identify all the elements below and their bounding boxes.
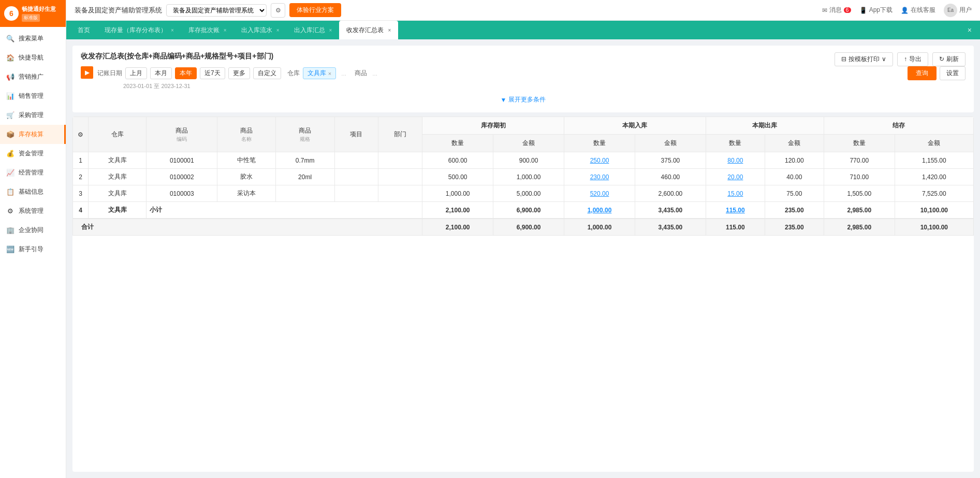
tab-receive-summary[interactable]: 收发存汇总表 × xyxy=(339,21,398,39)
subtotal-closing-qty: 2,985.00 xyxy=(824,202,895,219)
warehouse-more-button[interactable]: ... xyxy=(339,69,348,78)
sidebar-item-system[interactable]: ⚙ 系统管理 xyxy=(0,201,66,221)
cell-in-qty: 230.00 xyxy=(564,169,635,185)
tab-home[interactable]: 首页 xyxy=(70,21,97,39)
print-chevron-icon: ∨ xyxy=(882,55,886,63)
date-btn-last-month[interactable]: 上月 xyxy=(125,67,147,79)
sidebar-item-marketing-label: 营销推广 xyxy=(19,73,43,81)
sidebar-item-base-label: 基础信息 xyxy=(19,187,43,196)
th-in-qty: 数量 xyxy=(564,135,635,152)
product-more-button[interactable]: ... xyxy=(370,69,379,78)
subtotal-opening-amt: 6,900.00 xyxy=(493,202,564,219)
cell-out-amt: 40.00 xyxy=(765,169,824,185)
system-select[interactable]: 装备及固定资产辅助管理系统 xyxy=(166,4,267,17)
topbar-left: 装备及固定资产辅助管理系统 装备及固定资产辅助管理系统 ⚙ 体验行业方案 xyxy=(75,3,341,18)
product-label: 商品 xyxy=(355,69,367,78)
app-download-button[interactable]: 📱 App下载 xyxy=(859,6,893,15)
online-service-button[interactable]: 👤 在线客服 xyxy=(901,6,935,15)
warehouse-tag-close[interactable]: × xyxy=(328,70,331,77)
date-btn-this-month[interactable]: 本月 xyxy=(150,67,172,79)
topbar: 装备及固定资产辅助管理系统 装备及固定资产辅助管理系统 ⚙ 体验行业方案 ✉ 消… xyxy=(66,0,980,21)
sidebar-item-inventory[interactable]: 📦 库存核算 xyxy=(0,125,66,144)
th-closing-qty: 数量 xyxy=(824,135,895,152)
expand-conditions-button[interactable]: ▼ 展开更多条件 xyxy=(81,93,966,106)
tab-inventory-dist[interactable]: 现存量（库存分布表） × xyxy=(97,21,181,39)
refresh-button[interactable]: ↻ 刷新 xyxy=(932,52,966,66)
subtotal-label: 小计 xyxy=(147,202,422,219)
table-footer: 合计 2,100.00 6,900.00 1,000.00 3,435.00 1… xyxy=(73,219,974,236)
cell-closing-amt: 1,420.00 xyxy=(895,169,973,185)
tab-summary[interactable]: 出入库汇总 × xyxy=(287,21,340,39)
sidebar-item-quicknav-label: 快捷导航 xyxy=(19,53,43,62)
subtotal-no: 4 xyxy=(73,202,89,219)
page-action-buttons: ⊟ 按模板打印 ∨ ↑ 导出 ↻ 刷新 xyxy=(835,52,966,66)
tab-inventory-dist-close[interactable]: × xyxy=(171,27,174,33)
sidebar-item-finance[interactable]: 💰 资金管理 xyxy=(0,144,66,163)
th-product-name: 商品名称 xyxy=(217,117,275,152)
table-row: 1 文具库 0100001 中性笔 0.7mm 600.00 900.00 25… xyxy=(73,152,974,169)
date-filter-group: 记账日期 上月 本月 本年 近7天 更多 自定义 xyxy=(97,67,281,79)
message-button[interactable]: ✉ 消息 6 xyxy=(822,6,851,15)
subtotal-warehouse: 文具库 xyxy=(89,202,147,219)
date-btn-this-year[interactable]: 本年 xyxy=(175,67,197,79)
sidebar-item-finance-label: 资金管理 xyxy=(19,149,43,158)
sidebar-item-search[interactable]: 🔍 搜索菜单 xyxy=(0,29,66,48)
export-button[interactable]: ↑ 导出 xyxy=(897,52,928,66)
cell-product-code: 0100002 xyxy=(147,169,217,185)
tab-receive-summary-close[interactable]: × xyxy=(388,27,391,33)
th-project: 项目 xyxy=(334,117,378,152)
sidebar-item-guide[interactable]: 🆕 新手引导 xyxy=(0,240,66,259)
print-button[interactable]: ⊟ 按模板打印 ∨ xyxy=(835,52,893,66)
settings-gear-button[interactable]: ⚙ xyxy=(271,3,285,18)
tab-summary-close[interactable]: × xyxy=(329,27,332,33)
table-header-row-1: ⚙ 仓库 商品编码 商品名称 商品规格 项目 部门 库存期初 本期入库 本期出库… xyxy=(73,117,974,135)
filter-expand-button[interactable]: ▶ xyxy=(81,66,93,79)
cell-closing-qty: 1,505.00 xyxy=(824,185,895,202)
date-range-text: 2023-01-01 至 2023-12-31 xyxy=(123,83,191,89)
cell-no: 1 xyxy=(73,152,89,169)
cell-in-amt: 375.00 xyxy=(635,152,706,169)
th-warehouse: 仓库 xyxy=(89,117,147,152)
cell-warehouse: 文具库 xyxy=(89,152,147,169)
total-opening-qty: 2,100.00 xyxy=(422,219,493,236)
date-btn-more[interactable]: 更多 xyxy=(228,67,250,79)
tab-bar: 首页 现存量（库存分布表） × 库存批次账 × 出入库流水 × 出入库汇总 × … xyxy=(66,21,980,39)
total-opening-amt: 6,900.00 xyxy=(493,219,564,236)
tab-batch[interactable]: 库存批次账 × xyxy=(181,21,234,39)
sidebar-item-base[interactable]: 📋 基础信息 xyxy=(0,182,66,201)
filter-line1: 记账日期 上月 本月 本年 近7天 更多 自定义 仓库 文具库 xyxy=(97,66,966,80)
purchase-icon: 🛒 xyxy=(6,111,14,120)
date-btn-custom[interactable]: 自定义 xyxy=(253,67,281,79)
column-gear-icon[interactable]: ⚙ xyxy=(78,131,83,138)
tab-flow-close[interactable]: × xyxy=(276,27,280,33)
tab-batch-label: 库存批次账 xyxy=(188,26,220,35)
warehouse-filter-group: 仓库 文具库 × ... xyxy=(287,67,348,79)
sidebar-item-corp[interactable]: 🏢 企业协同 xyxy=(0,221,66,240)
avatar: Ea xyxy=(944,4,957,17)
sidebar-item-purchase[interactable]: 🛒 采购管理 xyxy=(0,106,66,125)
user-button[interactable]: Ea 用户 xyxy=(944,4,972,17)
tab-flow[interactable]: 出入库流水 × xyxy=(234,21,287,39)
subtotal-closing-amt: 10,100.00 xyxy=(895,202,973,219)
sidebar-item-marketing[interactable]: 📢 营销推广 xyxy=(0,67,66,86)
main-area: 装备及固定资产辅助管理系统 装备及固定资产辅助管理系统 ⚙ 体验行业方案 ✉ 消… xyxy=(66,0,980,478)
expand-conditions-label: 展开更多条件 xyxy=(508,95,546,104)
page-close-button[interactable]: × xyxy=(963,26,976,34)
filter-settings-button[interactable]: 设置 xyxy=(940,66,966,80)
logo-area: 6 畅捷通好生意 标准版 xyxy=(0,0,66,27)
sidebar-item-business[interactable]: 📈 经营管理 xyxy=(0,163,66,182)
corp-icon: 🏢 xyxy=(6,226,14,235)
date-btn-7days[interactable]: 近7天 xyxy=(200,67,225,79)
filter-controls: 记账日期 上月 本月 本年 近7天 更多 自定义 仓库 文具库 xyxy=(97,66,966,90)
tab-home-label: 首页 xyxy=(78,26,90,35)
th-closing-group: 结存 xyxy=(824,117,973,135)
cell-department xyxy=(378,185,422,202)
total-closing-qty: 2,985.00 xyxy=(824,219,895,236)
experience-button[interactable]: 体验行业方案 xyxy=(289,3,341,17)
total-out-qty: 115.00 xyxy=(706,219,765,236)
tab-batch-close[interactable]: × xyxy=(224,27,227,33)
sidebar-item-sales[interactable]: 📊 销售管理 xyxy=(0,86,66,106)
query-button[interactable]: 查询 xyxy=(908,66,937,80)
sidebar-item-quicknav[interactable]: 🏠 快捷导航 xyxy=(0,48,66,67)
cell-in-amt: 2,600.00 xyxy=(635,185,706,202)
